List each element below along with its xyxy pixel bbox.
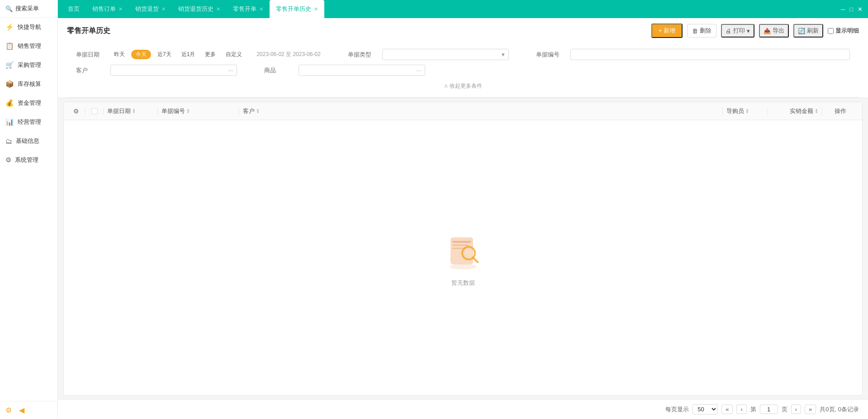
tab-sales-order[interactable]: 销售订单✕ [86,0,129,18]
goods-select[interactable]: ··· [299,65,425,76]
tab-close-retail-open[interactable]: ✕ [259,6,263,12]
th-settings[interactable]: ⚙ [67,108,85,115]
type-filter-label: 单据类型 [348,51,373,59]
tab-label-home: 首页 [68,5,80,13]
sidebar-item-base-info[interactable]: 🗂基础信息 [0,132,57,151]
tab-sales-return[interactable]: 销货退货✕ [129,0,172,18]
date-shortcut-昨天[interactable]: 昨天 [110,50,128,59]
th-amount-label: 实销金额 [790,107,813,115]
sidebar-item-system-mgmt[interactable]: ⚙系统管理 [0,151,57,169]
customer-ellipsis[interactable]: ··· [228,67,233,74]
sidebar-icon-system-mgmt: ⚙ [5,156,11,164]
guide-sort-icon[interactable]: ▲▼ [745,108,749,114]
sidebar-icon-operations: 📊 [5,118,14,126]
window-controls: ─ □ ✕ [841,6,864,13]
window-close[interactable]: ✕ [858,6,863,13]
tab-close-sales-return[interactable]: ✕ [161,6,166,12]
date-shortcut-自定义[interactable]: 自定义 [222,50,246,59]
amount-sort-icon[interactable]: ▲▼ [815,108,818,114]
window-restore[interactable]: □ [849,6,853,13]
date-shortcuts: 昨天今天近7天近1月更多自定义 [110,50,246,59]
settings-icon[interactable]: ⚙ [5,406,12,414]
refresh-button[interactable]: 🔄 刷新 [793,24,823,38]
sidebar-search-label: 搜索采单 [15,5,39,13]
sidebar-label-base-info: 基础信息 [16,137,39,145]
display-detail-checkbox[interactable] [828,28,834,34]
next-page-btn[interactable]: › [791,405,801,414]
date-shortcut-近1月[interactable]: 近1月 [178,50,199,59]
pagination-summary: 共0页, 0条记录 [820,405,859,414]
svg-line-6 [473,258,478,262]
add-button[interactable]: + 新增 [651,24,683,38]
customer-sort-icon[interactable]: ▲▼ [256,108,260,114]
tab-bar: 首页销售订单✕销货退货✕销货退货历史✕零售开单✕零售开单历史✕ ─ □ ✕ [58,0,868,18]
page-input[interactable] [760,405,778,414]
sidebar-label-sales-mgmt: 销售管理 [18,42,41,50]
sidebar-item-operations[interactable]: 📊经营管理 [0,113,57,132]
sidebar-item-purchase-mgmt[interactable]: 🛒采购管理 [0,56,57,75]
sidebar-item-inventory[interactable]: 📦库存核算 [0,75,57,94]
search-icon: 🔍 [5,5,13,12]
th-actions-label: 操作 [835,107,846,115]
print-button[interactable]: 🖨 打印 ▾ [721,24,754,38]
tab-label-retail-history: 零售开单历史 [276,5,311,13]
date-shortcut-更多[interactable]: 更多 [201,50,219,59]
per-page-label: 每页显示 [665,405,689,414]
main-area: 首页销售订单✕销货退货✕销货退货历史✕零售开单✕零售开单历史✕ ─ □ ✕ 零售… [58,0,868,419]
empty-text: 暂无数据 [451,279,475,287]
tab-label-sales-return: 销货退货 [135,5,159,13]
export-icon: 📤 [764,28,771,34]
per-page-select[interactable]: 102050100 [693,404,718,414]
sidebar-item-quick-nav[interactable]: ⚡快捷导航 [0,18,57,37]
num-sort-icon[interactable]: ▲▼ [186,108,190,114]
th-amount: 实销金额 ▲▼ [768,107,822,115]
tab-label-sales-return-history: 销货退货历史 [178,5,213,13]
delete-button[interactable]: 🗑 删除 [687,24,716,38]
tab-retail-history[interactable]: 零售开单历史✕ [270,0,324,18]
export-button[interactable]: 📤 导出 [759,24,789,38]
th-num-label: 单据编号 [161,107,185,115]
goods-ellipsis[interactable]: ··· [416,67,421,74]
th-checkbox[interactable] [85,108,104,114]
content-area: 零售开单历史 + 新增 🗑 删除 🖨 打印 ▾ 📤 导出 [58,18,868,419]
customer-filter-label: 客户 [76,66,101,75]
table-header: ⚙ 单据日期 ▲▼ 单据编号 ▲▼ 客户 ▲▼ 导购员 [64,102,862,120]
sidebar-icon-quick-nav: ⚡ [5,23,14,31]
delete-icon: 🗑 [692,28,698,34]
tab-close-retail-history[interactable]: ✕ [314,6,318,12]
th-actions: 操作 [822,107,859,115]
date-range-display: 2023-06-02 至 2023-06-02 [256,51,320,58]
tab-close-sales-return-history[interactable]: ✕ [216,6,220,12]
date-shortcut-今天[interactable]: 今天 [131,50,151,59]
pagination: 每页显示 102050100 « ‹ 第 页 › » 共0页, 0条记录 [58,399,868,419]
first-page-btn[interactable]: « [721,405,733,414]
tab-retail-open[interactable]: 零售开单✕ [227,0,270,18]
sidebar-label-inventory: 库存核算 [18,80,41,88]
window-minimize[interactable]: ─ [841,6,845,13]
column-settings-icon[interactable]: ⚙ [73,108,79,115]
tab-close-sales-order[interactable]: ✕ [119,6,123,12]
tab-sales-return-history[interactable]: 销货退货历史✕ [172,0,227,18]
sidebar-icon-inventory: 📦 [5,80,14,88]
collapse-button[interactable]: ∧ 收起更多条件 [444,83,482,89]
sidebar-icon-sales-mgmt: 📋 [5,42,14,50]
page-prefix-label: 第 [750,405,756,414]
num-filter-label: 单据编号 [536,51,561,59]
date-sort-icon[interactable]: ▲▼ [132,108,136,114]
goods-filter-label: 商品 [264,66,289,75]
sidebar-search[interactable]: 🔍 搜索采单 [0,0,57,18]
filter-row-1: 单据日期 昨天今天近7天近1月更多自定义 2023-06-02 至 2023-0… [76,49,850,60]
display-detail-checkbox-label[interactable]: 显示明细 [828,27,859,35]
num-filter-input[interactable] [570,49,850,60]
collapse-sidebar-icon[interactable]: ◀ [19,406,24,414]
customer-select[interactable]: ··· [110,65,237,76]
tab-home[interactable]: 首页 [62,0,86,18]
last-page-btn[interactable]: » [805,405,816,414]
sidebar-item-sales-mgmt[interactable]: 📋销售管理 [0,37,57,56]
date-shortcut-近7天[interactable]: 近7天 [154,50,175,59]
select-all-checkbox[interactable] [91,108,98,114]
sidebar-item-finance[interactable]: 💰资金管理 [0,94,57,113]
type-select[interactable]: ▾ [382,49,509,60]
prev-page-btn[interactable]: ‹ [736,405,746,414]
sidebar-label-finance: 资金管理 [18,99,41,107]
